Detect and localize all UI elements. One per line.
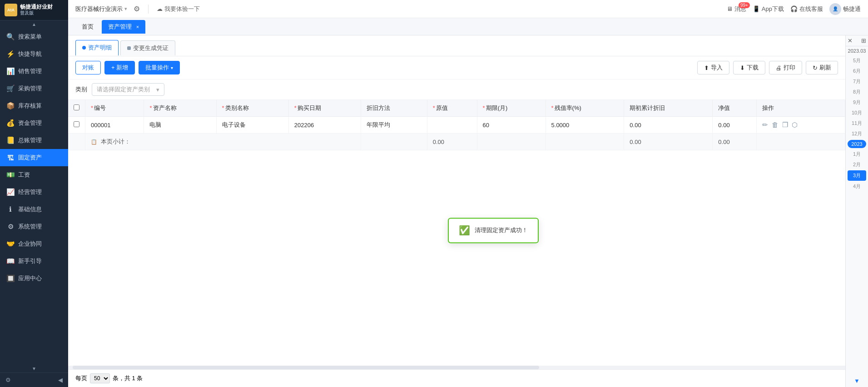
- sidebar-item-system[interactable]: ⚙ 系统管理: [0, 218, 68, 235]
- col-initial-dep: 期初累计折旧: [624, 100, 713, 117]
- select-all-col: [68, 100, 85, 117]
- sidebar-item-apps[interactable]: 🔲 应用中心: [0, 270, 68, 287]
- pagination: 每页 50 条，共 1 条: [68, 369, 845, 387]
- main-area: 医疗器械行业演示 ▾ ⚙ ☁ 我要体验一下 🖥 消息 99+ 📱 App下载 🎧…: [68, 0, 868, 387]
- user-btn[interactable]: 👤 畅捷通: [829, 3, 861, 15]
- month-1[interactable]: 1月: [846, 149, 868, 159]
- guide-icon: 📖: [6, 257, 15, 265]
- year-2023-badge[interactable]: 2023: [848, 140, 866, 148]
- logo-text-block: 畅捷通好业财 普及版: [20, 4, 53, 16]
- sidebar-item-finance[interactable]: 💰 资金管理: [0, 114, 68, 132]
- subtotal-label: 本页小计：: [101, 138, 130, 145]
- table-wrapper: *编号 *资产名称 *类别名称 *购买日期 折旧方法 *原值 *期限(月) *残…: [68, 100, 845, 366]
- sidebar-item-basics[interactable]: ℹ 基础信息: [0, 201, 68, 218]
- cell-original-value: [427, 117, 477, 134]
- cell-code: 000001: [85, 117, 144, 134]
- sidebar-nav: 🔍 搜索菜单 ⚡ 快捷导航 📊 销售管理 🛒 采购管理 📦 库存核算 💰 资金管…: [0, 28, 68, 365]
- print-icon: 🖨: [776, 64, 782, 71]
- month-7[interactable]: 7月: [846, 76, 868, 87]
- per-page-select[interactable]: 50: [90, 373, 110, 383]
- collapse-icon[interactable]: ◀: [58, 377, 63, 383]
- per-page-label: 每页: [75, 374, 87, 382]
- user-name: 畅捷通: [843, 5, 861, 13]
- sidebar-item-ledger[interactable]: 📒 总账管理: [0, 132, 68, 149]
- refresh-btn[interactable]: ↻ 刷新: [806, 61, 838, 74]
- month-8[interactable]: 8月: [846, 87, 868, 97]
- date-down-icon[interactable]: ▼: [846, 375, 868, 387]
- sidebar-item-purchase[interactable]: 🛒 采购管理: [0, 80, 68, 97]
- settings-icon[interactable]: ⚙: [5, 377, 11, 383]
- more-icon[interactable]: ⬡: [792, 121, 798, 129]
- sidebar-item-inventory[interactable]: 📦 库存核算: [0, 97, 68, 114]
- subtab-change-voucher[interactable]: 变更生成凭证: [120, 40, 175, 55]
- sidebar-item-search[interactable]: 🔍 搜索菜单: [0, 28, 68, 45]
- sidebar-item-fixed-assets[interactable]: 🏗 固定资产: [0, 149, 68, 166]
- new-btn[interactable]: + 新增: [104, 61, 135, 74]
- month-3-active[interactable]: 3月: [848, 170, 866, 181]
- batch-ops-caret-icon: ▾: [171, 65, 173, 70]
- horizontal-scrollbar[interactable]: [68, 366, 845, 369]
- experience-btn[interactable]: ☁ 我要体验一下: [157, 5, 200, 13]
- app-download-btn[interactable]: 📱 App下载: [753, 5, 784, 13]
- month-9[interactable]: 9月: [846, 97, 868, 108]
- message-badge: 99+: [739, 2, 750, 8]
- experience-icon: ☁: [157, 5, 163, 12]
- month-4[interactable]: 4月: [846, 181, 868, 192]
- sidebar-item-payroll[interactable]: 💵 工资: [0, 166, 68, 184]
- scroll-up-btn[interactable]: ▲: [0, 20, 68, 28]
- cell-actions: ✏ 🗑 ❐ ⬡: [756, 117, 845, 134]
- subtab-dot-icon: [82, 46, 86, 50]
- month-2[interactable]: 2月: [846, 159, 868, 170]
- success-message: 清理固定资产成功！: [475, 226, 528, 234]
- sales-icon: 📊: [6, 67, 15, 75]
- message-btn[interactable]: 🖥 消息 99+: [727, 5, 746, 13]
- refresh-label: 刷新: [819, 64, 831, 72]
- tab-close-icon[interactable]: ×: [136, 24, 139, 30]
- cell-name: 电脑: [144, 117, 216, 134]
- sidebar-item-collab[interactable]: 🤝 企业协同: [0, 235, 68, 253]
- delete-icon[interactable]: 🗑: [772, 121, 779, 129]
- month-5[interactable]: 5月: [846, 55, 868, 66]
- col-residual-rate: *残值率(%): [546, 100, 624, 117]
- service-btn[interactable]: 🎧 在线客服: [790, 5, 823, 13]
- sidebar-item-guide[interactable]: 📖 新手引导: [0, 253, 68, 270]
- operations-icon: 📈: [6, 188, 15, 196]
- avatar: 👤: [829, 3, 841, 15]
- row-checkbox[interactable]: [74, 121, 79, 127]
- download-btn[interactable]: ⬇ 下载: [733, 61, 765, 74]
- print-btn[interactable]: 🖨 打印: [769, 61, 802, 74]
- table-row: 000001 电脑 电子设备 202206 年限平均 60 5.0000 0.0…: [68, 117, 845, 134]
- copy-icon[interactable]: ❐: [782, 121, 788, 129]
- sidebar-item-nav[interactable]: ⚡ 快捷导航: [0, 45, 68, 63]
- scroll-down-btn[interactable]: ▼: [0, 365, 68, 372]
- batch-ops-label: 批量操作: [145, 64, 169, 72]
- filter-category-select[interactable]: 请选择固定资产类别 ▾: [92, 83, 164, 96]
- filter-bar: 类别 请选择固定资产类别 ▾: [68, 79, 845, 100]
- subtotal-label-cell: 📋 本页小计：: [85, 134, 361, 150]
- batch-ops-btn[interactable]: 批量操作 ▾: [139, 61, 180, 74]
- logo-icon: AtA: [5, 4, 17, 16]
- topbar-settings-icon[interactable]: ⚙: [134, 5, 140, 13]
- month-12[interactable]: 12月: [846, 129, 868, 139]
- sidebar-item-operations[interactable]: 📈 经营管理: [0, 184, 68, 201]
- subtab-asset-list[interactable]: 资产明细: [75, 40, 119, 56]
- topbar: 医疗器械行业演示 ▾ ⚙ ☁ 我要体验一下 🖥 消息 99+ 📱 App下载 🎧…: [68, 0, 868, 18]
- month-11[interactable]: 11月: [846, 118, 868, 129]
- tab-asset-management[interactable]: 资产管理 ×: [102, 20, 145, 34]
- download-icon: ⬇: [740, 64, 745, 71]
- sidebar-item-sales[interactable]: 📊 销售管理: [0, 63, 68, 80]
- date-sidebar-header: ✕ ⊞: [846, 35, 868, 46]
- date-sidebar-close-icon[interactable]: ✕: [848, 37, 853, 44]
- col-actions: 操作: [756, 100, 845, 117]
- select-all-checkbox[interactable]: [74, 104, 79, 110]
- subtotal-row: 📋 本页小计： 0.00 0.00 0.00: [68, 134, 845, 150]
- date-sidebar-expand-icon[interactable]: ⊞: [861, 37, 866, 44]
- account-btn[interactable]: 对账: [75, 61, 101, 74]
- app-download-label: App下载: [762, 5, 784, 13]
- month-10[interactable]: 10月: [846, 108, 868, 118]
- company-selector[interactable]: 医疗器械行业演示 ▾: [75, 5, 127, 13]
- month-6[interactable]: 6月: [846, 66, 868, 76]
- import-btn[interactable]: ⬆ 导入: [697, 61, 729, 74]
- edit-icon[interactable]: ✏: [762, 121, 768, 129]
- tab-home[interactable]: 首页: [75, 20, 100, 34]
